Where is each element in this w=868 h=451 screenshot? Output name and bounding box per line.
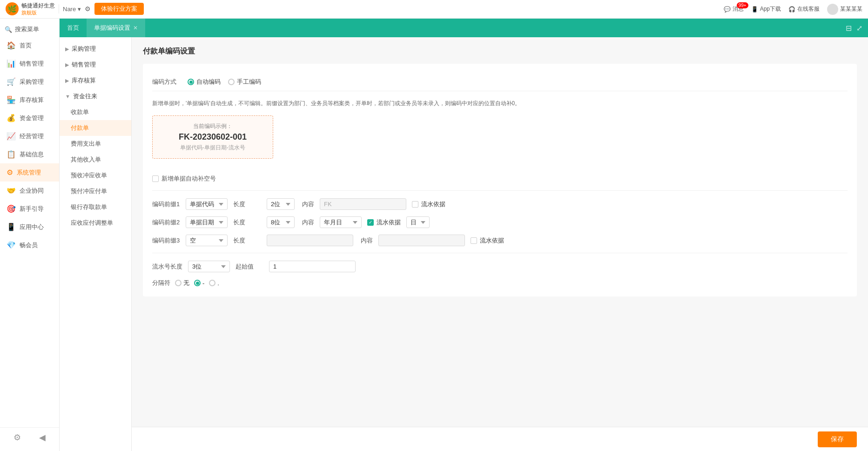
content-area: 首页 单据编码设置 ✕ ⊟ ⤢ ▶ 采购管理 xyxy=(60,19,868,451)
sub-menu-header-purchase[interactable]: ▶ 采购管理 xyxy=(60,41,131,57)
sub-menu-item-payment[interactable]: 付款单 xyxy=(60,120,131,136)
content2-select[interactable]: 年月日 xyxy=(320,216,362,228)
tab-encoding[interactable]: 单据编码设置 ✕ xyxy=(87,19,145,37)
content1-input[interactable] xyxy=(320,198,406,210)
settings-icon[interactable]: ⚙ xyxy=(85,5,91,13)
finance-icon: 💰 xyxy=(7,114,16,122)
sidebar-item-operation[interactable]: 📈 经营管理 xyxy=(0,127,59,145)
serial-length-row: 流水号长度 3位 起始值 xyxy=(152,261,848,272)
tab-home[interactable]: 首页 xyxy=(60,19,87,37)
sub-menu-header-sales[interactable]: ▶ 销售管理 xyxy=(60,57,131,73)
online-service-btn[interactable]: 🎧 在线客服 xyxy=(788,5,820,13)
sidebar: 🔍 搜索菜单 🏠 首页 📊 销售管理 🛒 采购管理 🏪 库存核算 💰 资金管理 … xyxy=(0,19,60,451)
sub-menu-item-prepay-pay[interactable]: 预付冲应付单 xyxy=(60,183,131,199)
save-button[interactable]: 保存 xyxy=(818,431,857,447)
divider2 xyxy=(152,253,848,253)
chevron-down-icon: ▾ xyxy=(78,6,81,13)
app-download-btn[interactable]: 📱 App下载 xyxy=(751,5,781,13)
sidebar-item-purchase[interactable]: 🛒 采购管理 xyxy=(0,73,59,91)
sep-dash-dot xyxy=(194,280,201,286)
preview-desc: 单据代码-单据日期-流水号 xyxy=(162,144,263,152)
home-icon: 🏠 xyxy=(7,41,16,50)
serial-length-select[interactable]: 3位 xyxy=(188,261,230,272)
sep-label: 分隔符 xyxy=(152,279,170,287)
top-bar-left: 🌿 畅捷通好生意 旗舰版 Nare ▾ ⚙ 体验行业方案 xyxy=(6,2,720,16)
sub-menu-group-inventory: ▶ 库存核算 xyxy=(60,73,131,88)
encoding-label: 编码方式 xyxy=(152,78,176,86)
sidebar-item-finance[interactable]: 💰 资金管理 xyxy=(0,109,59,127)
length1-select[interactable]: 2位 xyxy=(267,198,295,210)
sub-menu-item-expense[interactable]: 费用支出单 xyxy=(60,136,131,152)
sub-menu-item-other-income[interactable]: 其他收入单 xyxy=(60,152,131,168)
sidebar-item-system[interactable]: ⚙ 系统管理 xyxy=(0,163,59,182)
settings-card: 编码方式 自动编码 手工编码 新增单据时，'单据编码'自动生成，不可编 xyxy=(143,64,857,296)
sidebar-item-inventory[interactable]: 🏪 库存核算 xyxy=(0,91,59,109)
sidebar-collapse-icon[interactable]: ◀ xyxy=(39,432,46,443)
sidebar-item-home[interactable]: 🏠 首页 xyxy=(0,36,59,54)
serial-follow3-row: 流水依据 xyxy=(471,236,504,245)
serial-follow3-checkbox[interactable] xyxy=(471,237,477,244)
length3-input xyxy=(267,235,353,246)
sidebar-item-apps[interactable]: 📱 应用中心 xyxy=(0,218,59,236)
sidebar-item-basic[interactable]: 📋 基础信息 xyxy=(0,145,59,163)
sub-menu-item-prepay-recv[interactable]: 预收冲应收单 xyxy=(60,168,131,183)
message-btn[interactable]: 💬 消息 99+ xyxy=(724,5,744,13)
chevron-right-icon: ▶ xyxy=(65,62,69,68)
tab-minimize-icon[interactable]: ⊟ xyxy=(846,24,852,33)
sidebar-search[interactable]: 🔍 搜索菜单 xyxy=(0,22,59,36)
experience-btn[interactable]: 体验行业方案 xyxy=(94,3,144,15)
content3-input xyxy=(378,235,465,246)
start-value-input[interactable] xyxy=(269,261,356,272)
manual-code-radio[interactable]: 手工编码 xyxy=(228,78,261,86)
day-select[interactable]: 日 月 年 xyxy=(406,216,430,228)
sub-menu-header-inventory[interactable]: ▶ 库存核算 xyxy=(60,73,131,88)
auto-code-radio[interactable]: 自动编码 xyxy=(188,78,221,86)
download-icon: 📱 xyxy=(751,6,758,13)
partner-icon: 🤝 xyxy=(7,186,16,195)
day-select-wrap: 日 月 年 xyxy=(406,216,430,228)
sub-menu-item-bank[interactable]: 银行存取款单 xyxy=(60,199,131,215)
sub-menu-header-finance[interactable]: ▼ 资金往来 xyxy=(60,88,131,104)
sidebar-settings-icon[interactable]: ⚙ xyxy=(13,432,21,443)
serial-follow1-checkbox[interactable] xyxy=(412,201,418,208)
basic-icon: 📋 xyxy=(7,150,16,159)
user-avatar[interactable]: 某某某某 xyxy=(827,4,862,15)
sidebar-item-member[interactable]: 💎 畅会员 xyxy=(0,236,59,254)
sidebar-item-guide[interactable]: 🎯 新手引导 xyxy=(0,200,59,218)
prefix3-row: 编码前缀3 空 长度 内容 流水依据 xyxy=(152,235,848,246)
chevron-right-icon: ▶ xyxy=(65,46,69,52)
top-bar-right: 💬 消息 99+ 📱 App下载 🎧 在线客服 某某某某 xyxy=(724,4,862,15)
member-icon: 💎 xyxy=(7,241,16,249)
sub-menu-group-sales: ▶ 销售管理 xyxy=(60,57,131,73)
divider xyxy=(59,4,59,13)
prefix3-select[interactable]: 空 xyxy=(186,235,228,246)
sep-dot-radio[interactable]: . xyxy=(209,280,219,287)
sidebar-item-partner[interactable]: 🤝 企业协同 xyxy=(0,182,59,200)
sidebar-item-sales[interactable]: 📊 销售管理 xyxy=(0,54,59,73)
auto-fill-checkbox[interactable] xyxy=(152,175,159,182)
sep-none-radio[interactable]: 无 xyxy=(175,279,189,287)
content1-label: 内容 xyxy=(302,200,314,209)
length2-select[interactable]: 8位 xyxy=(267,216,295,228)
bottom-bar: 保存 xyxy=(132,427,868,451)
prefix1-label: 编码前缀1 xyxy=(152,200,180,209)
sub-menu-item-adjust[interactable]: 应收应付调整单 xyxy=(60,215,131,231)
prefix2-select[interactable]: 单据日期 xyxy=(186,216,228,228)
content3-label: 内容 xyxy=(361,236,373,245)
tab-close-icon[interactable]: ✕ xyxy=(133,25,138,31)
prefix1-select[interactable]: 单据代码 xyxy=(186,198,228,210)
sep-dash-radio[interactable]: - xyxy=(194,280,204,287)
sub-menu-group-finance: ▼ 资金往来 收款单 付款单 费用支出单 其他收入单 xyxy=(60,88,131,231)
length3-label: 长度 xyxy=(233,236,261,245)
serial-follow2-checkbox[interactable]: ✓ xyxy=(367,219,374,226)
tab-expand-icon[interactable]: ⤢ xyxy=(856,24,862,33)
form-area: 付款单编码设置 编码方式 自动编码 手工编码 xyxy=(132,37,868,427)
sep-dot-dot xyxy=(209,280,215,286)
divider1 xyxy=(152,190,848,191)
sales-icon: 📊 xyxy=(7,59,16,68)
company-selector[interactable]: Nare ▾ xyxy=(63,6,81,13)
guide-icon: 🎯 xyxy=(7,204,16,213)
prefix2-row: 编码前缀2 单据日期 长度 8位 内容 年月日 xyxy=(152,216,848,228)
sub-menu-item-receipt[interactable]: 收款单 xyxy=(60,104,131,120)
start-value-label: 起始值 xyxy=(236,263,263,271)
